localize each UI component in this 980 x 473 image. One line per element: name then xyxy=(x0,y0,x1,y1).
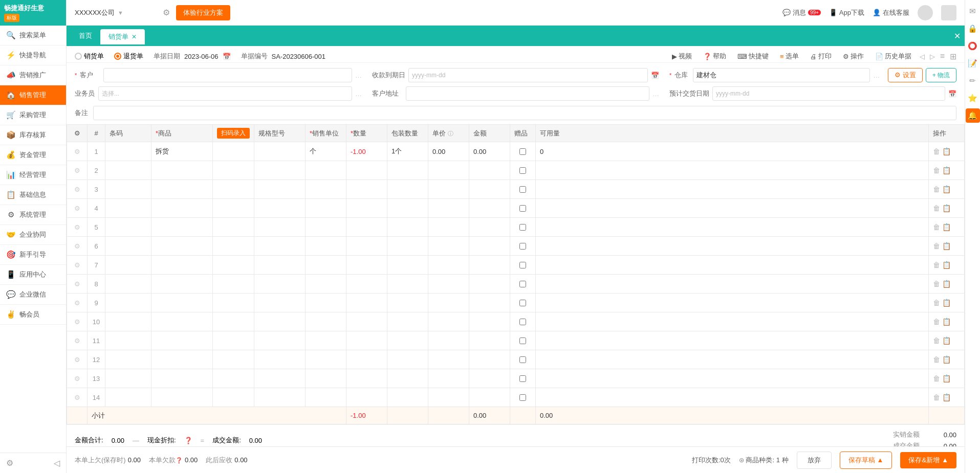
payment-date-calendar-icon[interactable]: 📅 xyxy=(651,72,659,79)
settings-gear-icon[interactable]: ⚙ xyxy=(163,8,170,17)
experience-button[interactable]: 体验行业方案 xyxy=(176,5,230,20)
row-barcode[interactable] xyxy=(105,237,151,256)
row-price[interactable] xyxy=(428,369,469,388)
row-goods[interactable] xyxy=(151,161,213,180)
row-copy-icon[interactable]: 📋 xyxy=(942,318,951,326)
row-pkgqty[interactable] xyxy=(387,294,428,312)
row-qty[interactable] xyxy=(346,294,387,312)
row-price[interactable] xyxy=(428,294,469,312)
row-pkgqty[interactable]: 1个 xyxy=(387,142,428,161)
online-service-button[interactable]: 👤 在线客服 xyxy=(873,8,909,17)
next-icon[interactable]: ▷ xyxy=(930,53,935,60)
tab-close-icon[interactable]: ✕ xyxy=(132,33,137,40)
customer-more-icon[interactable]: … xyxy=(355,72,362,79)
row-price[interactable] xyxy=(428,237,469,256)
row-settings[interactable]: ⚙ xyxy=(67,237,88,256)
row-unit[interactable] xyxy=(306,180,346,199)
row-copy-icon[interactable]: 📋 xyxy=(942,242,951,250)
row-pkgqty[interactable] xyxy=(387,369,428,388)
right-panel-lock-icon[interactable]: 🔒 xyxy=(966,21,980,36)
row-amount[interactable] xyxy=(469,237,510,256)
video-btn[interactable]: ▶ 视频 xyxy=(669,50,695,62)
row-qty[interactable] xyxy=(346,275,387,294)
row-price[interactable] xyxy=(428,161,469,180)
row-barcode[interactable] xyxy=(105,350,151,369)
row-unit[interactable] xyxy=(306,237,346,256)
row-pkgqty[interactable] xyxy=(387,331,428,350)
row-copy-icon[interactable]: 📋 xyxy=(942,147,951,155)
row-pkgqty[interactable] xyxy=(387,388,428,407)
row-copy-icon[interactable]: 📋 xyxy=(942,261,951,269)
sidebar-item-basicinfo[interactable]: 📋 基础信息 xyxy=(0,185,66,205)
row-spec[interactable] xyxy=(254,294,306,312)
row-delete-icon[interactable]: 🗑 xyxy=(933,355,940,364)
row-copy-icon[interactable]: 📋 xyxy=(942,393,951,401)
row-qty[interactable] xyxy=(346,331,387,350)
sidebar-settings-icon[interactable]: ⚙ xyxy=(6,458,13,468)
sidebar-item-sales[interactable]: 🏠 销售管理 xyxy=(0,85,66,105)
row-pkgqty[interactable] xyxy=(387,199,428,218)
row-qty[interactable] xyxy=(346,161,387,180)
row-price[interactable] xyxy=(428,256,469,275)
row-gift[interactable] xyxy=(510,218,536,237)
scan-btn[interactable]: 扫码录入 xyxy=(217,128,250,139)
row-copy-icon[interactable]: 📋 xyxy=(942,374,951,382)
row-copy-icon[interactable]: 📋 xyxy=(942,204,951,212)
row-spec[interactable] xyxy=(254,180,306,199)
remark-input[interactable] xyxy=(93,106,956,120)
row-goods[interactable] xyxy=(151,294,213,312)
address-more-icon[interactable]: … xyxy=(652,90,659,98)
company-selector[interactable]: XXXXXX公司 ▼ xyxy=(75,8,157,17)
row-barcode[interactable] xyxy=(105,388,151,407)
history-btn[interactable]: 📄 历史单据 xyxy=(872,50,914,62)
right-panel-doc-icon[interactable]: 📝 xyxy=(966,56,980,71)
row-delete-icon[interactable]: 🗑 xyxy=(933,185,940,193)
right-panel-alert-icon[interactable]: 🔔 xyxy=(966,108,980,123)
row-goods[interactable] xyxy=(151,199,213,218)
sidebar-item-inventory[interactable]: 📦 库存核算 xyxy=(0,125,66,145)
row-delete-icon[interactable]: 🗑 xyxy=(933,318,940,326)
row-pkgqty[interactable] xyxy=(387,161,428,180)
tab-home[interactable]: 首页 xyxy=(71,28,100,43)
row-settings[interactable]: ⚙ xyxy=(67,331,88,350)
right-panel-star-icon[interactable]: ⭐ xyxy=(966,91,980,105)
settings-button[interactable]: ⚙ 设置 xyxy=(888,68,922,82)
row-gift[interactable] xyxy=(510,312,536,331)
row-price[interactable]: 0.00 xyxy=(428,142,469,161)
cash-discount-help-icon[interactable]: ❓ xyxy=(184,437,192,444)
row-barcode[interactable] xyxy=(105,256,151,275)
row-delete-icon[interactable]: 🗑 xyxy=(933,336,940,345)
row-amount[interactable] xyxy=(469,331,510,350)
row-qty[interactable] xyxy=(346,388,387,407)
row-price[interactable] xyxy=(428,331,469,350)
row-goods[interactable] xyxy=(151,275,213,294)
row-goods[interactable] xyxy=(151,256,213,275)
row-amount[interactable] xyxy=(469,294,510,312)
row-unit[interactable] xyxy=(306,199,346,218)
row-barcode[interactable] xyxy=(105,218,151,237)
row-delete-icon[interactable]: 🗑 xyxy=(933,242,940,250)
row-unit[interactable] xyxy=(306,256,346,275)
row-gift[interactable] xyxy=(510,331,536,350)
sidebar-item-quicknav[interactable]: ⚡ 快捷导航 xyxy=(0,46,66,65)
logistics-button[interactable]: + 物流 xyxy=(926,68,956,82)
save-draft-button[interactable]: 保存草稿 ▲ xyxy=(840,452,892,469)
user-avatar[interactable] xyxy=(918,5,933,20)
customer-input[interactable] xyxy=(103,68,352,82)
row-qty[interactable] xyxy=(346,180,387,199)
row-spec[interactable] xyxy=(254,312,306,331)
row-goods[interactable]: 拆货 xyxy=(151,142,213,161)
row-unit[interactable] xyxy=(306,331,346,350)
tab-close-all-icon[interactable]: ✕ xyxy=(954,31,961,41)
row-delete-icon[interactable]: 🗑 xyxy=(933,393,940,401)
row-amount[interactable] xyxy=(469,180,510,199)
row-spec[interactable] xyxy=(254,350,306,369)
row-unit[interactable]: 个 xyxy=(306,142,346,161)
row-price[interactable] xyxy=(428,180,469,199)
row-amount[interactable] xyxy=(469,388,510,407)
row-barcode[interactable] xyxy=(105,294,151,312)
row-unit[interactable] xyxy=(306,312,346,331)
row-amount[interactable] xyxy=(469,256,510,275)
sidebar-item-member[interactable]: ✌ 畅会员 xyxy=(0,305,66,325)
row-copy-icon[interactable]: 📋 xyxy=(942,336,951,345)
